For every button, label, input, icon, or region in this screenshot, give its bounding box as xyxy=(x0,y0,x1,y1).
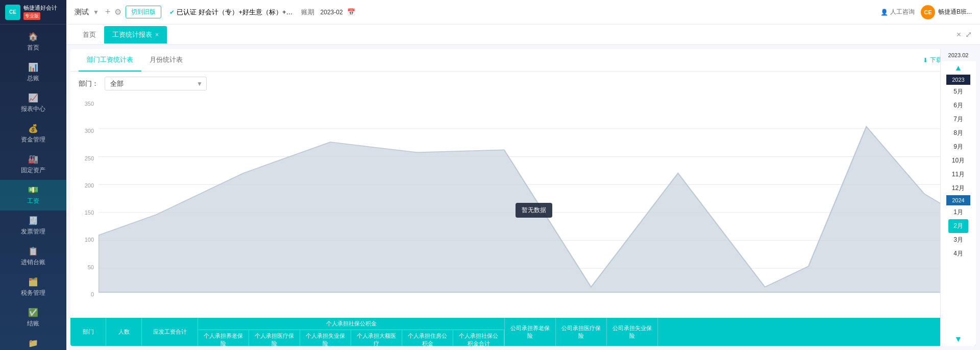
dept-filter-label: 部门： xyxy=(79,79,99,88)
table-header-cell: 人数 xyxy=(106,318,142,346)
date-month-item[interactable]: 7月 xyxy=(946,112,970,126)
sidebar-item-tax[interactable]: 🗂️ 税务管理 xyxy=(0,272,66,302)
date-month-item[interactable]: 9月 xyxy=(946,140,970,154)
user-avatar: CE xyxy=(921,5,935,19)
y-axis-label: 0 xyxy=(79,291,94,297)
settle-icon: ✅ xyxy=(28,308,38,317)
user-menu[interactable]: CE 畅捷通B班... xyxy=(921,5,972,19)
funds-icon: 💰 xyxy=(28,124,38,133)
assets-icon: 🏭 xyxy=(28,154,38,164)
help-button[interactable]: 👤 人工咨询 xyxy=(880,8,915,16)
panel-close-button[interactable]: × xyxy=(957,30,961,39)
sidebar-item-invoices[interactable]: 🧾 发票管理 xyxy=(0,211,66,241)
year-2024-section[interactable]: 2024 xyxy=(946,195,970,205)
settle-label: 结账 xyxy=(27,319,39,328)
tab-monthly-stats[interactable]: 月份统计表 xyxy=(141,49,191,72)
date-month-item[interactable]: 2月 xyxy=(948,219,968,233)
sidebar-item-funds[interactable]: 💰 资金管理 xyxy=(0,119,66,149)
date-month-item[interactable]: 8月 xyxy=(946,126,970,140)
group-col-header: 个人承担养老保险 xyxy=(198,330,249,346)
sidebar-item-reports[interactable]: 📈 报表中心 xyxy=(0,88,66,119)
tab-bar: 首页 工资统计报表 × × ⤢ xyxy=(66,25,980,45)
help-icon: 👤 xyxy=(880,9,888,16)
y-axis-label: 250 xyxy=(79,155,94,161)
tax-icon: 🗂️ xyxy=(28,277,38,287)
group-title: 个人承担社保公积金 xyxy=(198,318,504,330)
tab-payroll-report[interactable]: 工资统计报表 × xyxy=(104,26,167,43)
period-value: 2023-02 xyxy=(321,9,343,16)
y-axis-label: 350 xyxy=(79,101,94,107)
topbar: 测试 ▼ + ⚙ 切到旧版 ✔ 已认证 好会计（专）+好生意（标）+… 账期 2… xyxy=(66,0,980,25)
y-axis-label: 150 xyxy=(79,209,94,216)
y-axis-label: 300 xyxy=(79,128,94,134)
add-button[interactable]: + xyxy=(105,7,111,17)
logo-text: CE xyxy=(9,9,16,15)
tab-close-icon[interactable]: × xyxy=(155,31,159,38)
date-month-item[interactable]: 3月 xyxy=(946,233,970,247)
topbar-right: 👤 人工咨询 CE 畅捷通B班... xyxy=(880,5,972,19)
tab-home[interactable]: 首页 xyxy=(75,26,104,43)
group-col-header: 个人承担住房公积金 xyxy=(402,330,453,346)
sidebar-logo: CE 畅捷通好会计 专业版 xyxy=(0,0,66,25)
app-edition: 专业版 xyxy=(23,12,40,20)
date-month-item[interactable]: 12月 xyxy=(946,181,970,195)
sidebar-item-archive[interactable]: 📁 归档管理 xyxy=(0,333,66,350)
sidebar-item-settle[interactable]: ✅ 结账 xyxy=(0,302,66,333)
tags-text: 好会计（专）+好生意（标）+… xyxy=(199,8,292,17)
sidebar-item-assets[interactable]: 🏭 固定资产 xyxy=(0,149,66,180)
sidebar-item-ledger[interactable]: 📊 总账 xyxy=(0,57,66,88)
y-axis-label: 200 xyxy=(79,182,94,189)
date-month-item[interactable]: 10月 xyxy=(946,154,970,168)
date-months-list: 20235月6月7月8月9月10月11月12月20241月2月3月4月 xyxy=(946,75,970,333)
company-header-cell: 公司承担养老保险 xyxy=(505,318,556,346)
chart-svg-area: 暂无数据 xyxy=(99,101,968,297)
company-dropdown-icon[interactable]: ▼ xyxy=(93,9,99,16)
dept-select[interactable]: 全部财务部技术部销售部人事部 xyxy=(105,77,207,90)
reports-icon: 📈 xyxy=(28,93,38,103)
sidebar-nav: 🏠 首页 📊 总账 📈 报表中心 💰 资金管理 🏭 固定资产 💵 工资 🧾 发票… xyxy=(0,25,66,350)
date-panel: 2023.02 ▲ 20235月6月7月8月9月10月11月12月20241月2… xyxy=(940,49,976,346)
ledger-icon: 📊 xyxy=(28,62,38,72)
company-header-cell: 公司承担失业保险 xyxy=(607,318,658,346)
switch-version-button[interactable]: 切到旧版 xyxy=(126,6,161,18)
panel-expand-button[interactable]: ⤢ xyxy=(965,30,972,39)
sidebar-item-payroll[interactable]: 💵 工资 xyxy=(0,180,66,211)
date-month-item[interactable]: 5月 xyxy=(946,85,970,99)
sidebar-item-home[interactable]: 🏠 首页 xyxy=(0,27,66,57)
tab-label: 工资统计报表 xyxy=(112,30,152,39)
date-month-item[interactable]: 1月 xyxy=(946,205,970,219)
date-month-item[interactable]: 11月 xyxy=(946,168,970,181)
certified-icon: ✔ xyxy=(169,9,175,16)
company-header-cell: 公司承担医疗保险 xyxy=(556,318,607,346)
download-icon: ⬇ xyxy=(923,57,928,64)
ledger-label: 总账 xyxy=(27,74,39,83)
home-icon: 🏠 xyxy=(28,32,38,41)
sub-tabs: 部门工资统计表 月份统计表 ⬇ 下载 ↻ 刷新 xyxy=(70,49,976,72)
chart-y-labels: 050100150200250300350 xyxy=(79,101,94,297)
y-axis-label: 50 xyxy=(79,264,94,270)
date-year-display: 2023.02 xyxy=(941,49,976,61)
table-header: 部门人数应发工资合计个人承担社保公积金个人承担养老保险个人承担医疗保险个人承担失… xyxy=(70,318,976,346)
date-scroll-down-button[interactable]: ▼ xyxy=(952,333,965,346)
period-label: 账期 xyxy=(301,8,314,17)
date-month-item[interactable]: 6月 xyxy=(946,99,970,112)
settings-icon[interactable]: ⚙ xyxy=(114,7,121,17)
table-header-cell: 部门 xyxy=(70,318,106,346)
sidebar-item-sales[interactable]: 📋 进销台账 xyxy=(0,241,66,272)
invoices-label: 发票管理 xyxy=(21,227,45,236)
certified-badge: ✔ 已认证 好会计（专）+好生意（标）+… xyxy=(169,8,292,17)
funds-label: 资金管理 xyxy=(21,135,45,144)
date-month-item[interactable]: 4月 xyxy=(946,247,970,261)
tax-label: 税务管理 xyxy=(21,289,45,297)
calendar-icon[interactable]: 📅 xyxy=(347,8,355,16)
tab-dept-stats[interactable]: 部门工资统计表 xyxy=(79,49,141,72)
download-button[interactable]: ⬇ 下载 xyxy=(923,56,942,64)
main-panel: 部门工资统计表 月份统计表 ⬇ 下载 ↻ 刷新 部门： 全部财务部技术部销售部人… xyxy=(70,49,976,346)
invoices-icon: 🧾 xyxy=(28,216,38,225)
year-2023-section[interactable]: 2023 xyxy=(946,75,970,85)
date-scroll-up-button[interactable]: ▲ xyxy=(952,61,965,75)
sales-label: 进销台账 xyxy=(21,258,45,267)
group-col-header: 个人承担大额医疗 xyxy=(351,330,402,346)
logo-details: 畅捷通好会计 专业版 xyxy=(23,4,57,20)
payroll-label: 工资 xyxy=(27,197,39,205)
